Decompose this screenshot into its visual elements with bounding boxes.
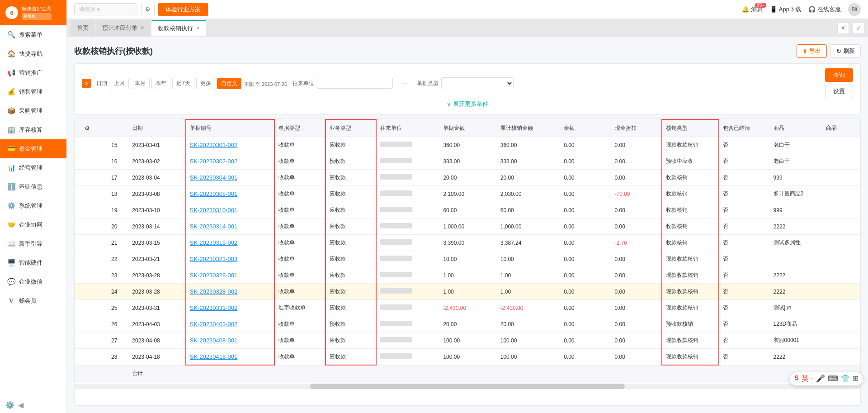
cell-settings[interactable] [75,316,100,332]
gear-button[interactable]: ⚙ [141,3,155,16]
cell-partner [376,137,439,153]
tab-payable[interactable]: 预计冲应付单 ✕ [96,20,151,36]
cell-settings[interactable] [75,349,100,366]
keyboard-icon[interactable]: ⌨ [828,374,838,384]
notification-button[interactable]: 🔔 消息 99+ [742,5,763,14]
bill-no-link[interactable]: SK-20230328-002 [190,288,238,295]
sidebar-item-finance[interactable]: 💳 资金管理 [0,139,66,158]
refresh-button[interactable]: ↻ 刷新 [830,44,861,58]
scrollbar-thumb[interactable] [310,384,624,389]
sidebar-item-sales[interactable]: 💰 销售管理 [0,82,66,101]
period-last-month[interactable]: 上月 [110,78,129,89]
bill-no-link[interactable]: SK-20230321-003 [190,256,238,262]
bill-no-link[interactable]: SK-20230408-001 [190,337,238,344]
sidebar-item-operations[interactable]: 📊 经营管理 [0,158,66,177]
cell-settings[interactable] [75,202,100,218]
cell-settings[interactable] [75,137,100,153]
cell-cumulative: 10.00 [497,251,560,267]
cell-product2 [822,186,860,202]
cell-include-settled: 否 [719,137,769,153]
sidebar-item-marketing[interactable]: 📢 营销推广 [0,63,66,82]
bill-no-link[interactable]: SK-20230314-001 [190,223,238,230]
collapse-icon[interactable]: ◀ [18,401,24,409]
bill-no-link[interactable]: SK-20230304-001 [190,174,238,181]
sidebar-item-quicknav[interactable]: 🏠 快捷导航 [0,44,66,63]
sidebar-item-hardware[interactable]: 🖥️ 智能硬件 [0,253,66,272]
partner-input[interactable] [317,78,393,89]
cell-settings[interactable] [75,170,100,186]
sidebar-item-inventory[interactable]: 🏢 库存核算 [0,120,66,139]
grid-icon[interactable]: ⊞ [853,374,859,384]
sidebar-item-wechat[interactable]: 💬 企业微信 [0,272,66,291]
query-button[interactable]: 查询 [825,68,853,82]
sidebar-item-purchase[interactable]: 📦 采购管理 [0,101,66,120]
col-settings[interactable]: ⚙ [75,119,100,137]
column-settings-icon[interactable]: ⚙ [85,125,90,132]
topbar-select[interactable]: 请选择 ▾ [74,3,137,15]
sidebar-item-member[interactable]: V 畅会员 [0,291,66,310]
table-row: 24 2023-03-28 SK-20230328-002 收款单 应收款 1.… [75,284,860,300]
maximize-tab-btn[interactable]: ⤢ [853,22,864,34]
cell-settings[interactable] [75,186,100,202]
cell-settings[interactable] [75,267,100,284]
bill-type-select[interactable] [441,77,514,89]
page-actions: ⬆ 导出 ↻ 刷新 [797,44,861,58]
sidebar-item-basic[interactable]: ℹ️ 基础信息 [0,177,66,196]
app-download-link[interactable]: 📱 App下载 [770,5,801,14]
table-row: 26 2023-04-03 SK-20230403-002 收款单 预收款 20… [75,316,860,332]
bill-no-link[interactable]: SK-20230315-002 [190,239,238,246]
bill-no-link[interactable]: SK-20230301-002 [190,142,238,148]
cell-product2 [822,170,860,186]
avatar[interactable]: Rit [848,3,861,16]
cell-settings[interactable] [75,284,100,300]
bill-no-link[interactable]: SK-20230331-002 [190,304,238,311]
bill-no-link[interactable]: SK-20230328-001 [190,272,238,279]
tab-home[interactable]: 首页 [71,20,95,36]
cell-amount: 10.00 [439,251,496,267]
cell-settings[interactable] [75,235,100,251]
cell-settings[interactable] [75,300,100,316]
tab-collection-close[interactable]: ✕ [196,25,200,31]
english-icon[interactable]: 英 [802,374,809,384]
cell-discount: 0.00 [611,170,662,186]
sougou-icon[interactable]: S [794,374,798,384]
cell-settings[interactable] [75,251,100,267]
mic-icon[interactable]: 🎤 [816,374,825,384]
tab-payable-close[interactable]: ✕ [140,25,144,31]
period-custom[interactable]: 自定义 [217,78,241,89]
period-more[interactable]: 更多 [196,78,215,89]
cell-settings[interactable] [75,153,100,170]
dot-icon[interactable]: · [811,374,813,384]
filter-more-dots[interactable]: ··· [398,79,411,87]
bill-no-link[interactable]: SK-20230308-001 [190,190,238,197]
cell-discount: -2.76 [611,235,662,251]
sidebar-item-enterprise[interactable]: 🤝 企业协同 [0,215,66,234]
close-tab-btn[interactable]: ✕ [837,22,849,34]
shirt-icon[interactable]: 👕 [841,374,850,384]
sidebar-item-system[interactable]: ⚙️ 系统管理 [0,196,66,215]
period-this-year[interactable]: 本年 [151,78,170,89]
export-button[interactable]: ⬆ 导出 [797,44,827,58]
cell-write-off-type: 收款核销 [662,202,719,218]
tab-collection[interactable]: 收款核销执行 ✕ [151,20,206,36]
sidebar-item-search[interactable]: 🔍 搜索菜单 [0,25,66,44]
cell-product2 [822,202,860,218]
cell-date: 2023-03-15 [128,235,185,251]
bill-no-link[interactable]: SK-20230302-002 [190,158,238,165]
solution-button[interactable]: 体验行业方案 [158,3,208,16]
cell-settings[interactable] [75,218,100,235]
online-service-link[interactable]: 🎧 在线客服 [808,5,841,14]
sidebar-item-guide[interactable]: 📖 新手引导 [0,234,66,253]
settings-button[interactable]: 设置 [825,85,853,98]
filter-collapse-btn[interactable]: » [82,79,91,88]
expand-conditions-btn[interactable]: ∨ 展开更多条件 [82,98,853,110]
period-7days[interactable]: 近7天 [172,78,194,89]
horizontal-scrollbar[interactable] [75,384,860,389]
cell-settings[interactable] [75,332,100,349]
bill-no-link[interactable]: SK-20230403-002 [190,321,238,328]
settings-bottom-icon[interactable]: ⚙️ [5,401,14,409]
bill-no-link[interactable]: SK-20230418-001 [190,353,238,360]
period-this-month[interactable]: 本月 [131,78,150,89]
select-placeholder: 请选择 [79,5,95,13]
bill-no-link[interactable]: SK-20230310-001 [190,207,238,214]
